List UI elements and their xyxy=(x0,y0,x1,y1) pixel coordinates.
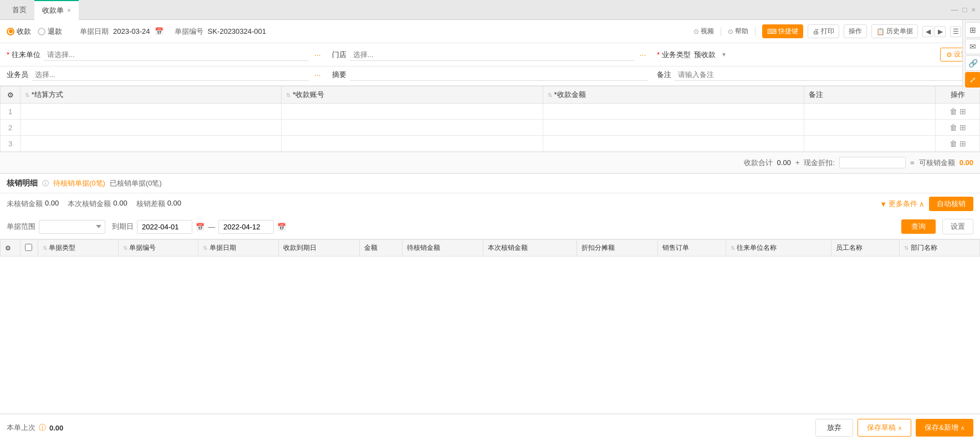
th-note: 备注 xyxy=(804,86,936,104)
tab-receipt[interactable]: 收款单 × xyxy=(34,0,79,20)
td-note-3[interactable] xyxy=(804,136,936,152)
counterpart-input[interactable] xyxy=(44,49,309,61)
radio-receive[interactable]: 收款 xyxy=(7,27,31,37)
bth-department: ⇅ 部门名称 xyxy=(900,240,980,257)
bth-check xyxy=(21,240,38,257)
select-all-checkbox[interactable] xyxy=(25,244,32,251)
delete-row-3[interactable]: 🗑 xyxy=(950,139,957,148)
summary-input[interactable] xyxy=(350,69,649,81)
copy-row-3[interactable]: ⊞ xyxy=(959,139,966,148)
form-meta: 单据日期 2023-03-24 📅 单据编号 SK-20230324-001 xyxy=(80,27,266,37)
reconciliation-info-icon[interactable]: ⓘ xyxy=(42,179,49,188)
this-order-label: 本单上次 xyxy=(7,423,35,433)
table-setting-btn[interactable]: 设置 xyxy=(942,219,973,234)
prev-arrow[interactable]: ◀ xyxy=(922,26,933,37)
date-to-input[interactable] xyxy=(218,220,274,234)
td-account-3[interactable] xyxy=(282,136,543,152)
delete-row-1[interactable]: 🗑 xyxy=(950,107,957,116)
form-header: 收款 退款 单据日期 2023-03-24 📅 单据编号 SK-20230324… xyxy=(0,20,980,43)
radio-refund[interactable]: 退款 xyxy=(38,27,62,37)
td-actions-3: 🗑 ⊞ xyxy=(936,136,980,152)
discount-input[interactable] xyxy=(839,157,906,168)
business-type-chevron[interactable]: ▼ xyxy=(721,52,727,58)
store-more-btn[interactable]: ··· xyxy=(637,50,649,59)
toolbar-actions: ⊙ 视频 ⊙ 帮助 ⌨ 快捷键 🖨 打印 操作 📋 历史单据 xyxy=(693,24,973,38)
range-select[interactable] xyxy=(39,220,105,234)
salesperson-input[interactable] xyxy=(32,69,309,81)
bth-gear[interactable]: ⚙ xyxy=(1,240,21,257)
unverified-label: 未核销金额 xyxy=(7,199,43,209)
this-order-info-icon[interactable]: ⓘ xyxy=(39,423,46,433)
query-btn[interactable]: 查询 xyxy=(901,219,936,234)
date-value: 2023-03-24 xyxy=(113,27,150,35)
window-close-icon[interactable]: × xyxy=(971,6,976,14)
shortcut-label: 快捷键 xyxy=(778,27,798,36)
abandon-btn[interactable]: 放弃 xyxy=(815,419,853,437)
save-draft-btn[interactable]: 保存草稿 ∧ xyxy=(858,419,911,437)
td-settlement-2[interactable] xyxy=(21,120,282,136)
layout-list-icon[interactable]: ☰ xyxy=(950,26,961,37)
bth-current: 本次核销金额 xyxy=(483,240,577,257)
td-settlement-1[interactable] xyxy=(21,104,282,120)
td-amount-2[interactable] xyxy=(543,120,804,136)
bth-counterpart: ⇅ 往来单位名称 xyxy=(726,240,831,257)
total-value: 0.00 xyxy=(777,158,791,167)
page-footer: 本单上次 ⓘ 0.00 放弃 保存草稿 ∧ 保存&新增 ∧ xyxy=(0,413,980,441)
divider1 xyxy=(721,27,721,36)
pending-tag[interactable]: 待核销单据(0笔) xyxy=(53,178,105,188)
save-draft-label: 保存草稿 xyxy=(867,423,896,433)
more-filter-btn[interactable]: ▼ 更多条件 ∧ xyxy=(880,199,925,209)
unverified-value: 0.00 xyxy=(45,199,59,209)
done-tag[interactable]: 已核销单据(0笔) xyxy=(110,178,162,188)
history-icon: 📋 xyxy=(876,28,885,35)
maximize-icon[interactable]: □ xyxy=(963,6,967,14)
store-input[interactable] xyxy=(350,49,634,61)
cal-to-icon[interactable]: 📅 xyxy=(277,223,286,231)
calendar-icon[interactable]: 📅 xyxy=(155,27,164,35)
radio-refund-label: 退款 xyxy=(48,27,62,37)
next-arrow[interactable]: ▶ xyxy=(935,26,946,37)
plus-sign: + xyxy=(795,158,800,167)
td-account-2[interactable] xyxy=(282,120,543,136)
salesperson-more-btn[interactable]: ··· xyxy=(312,70,323,79)
cal-from-icon[interactable]: 📅 xyxy=(196,223,205,231)
copy-row-2[interactable]: ⊞ xyxy=(959,123,966,132)
counterpart-more-btn[interactable]: ··· xyxy=(312,50,323,59)
copy-row-1[interactable]: ⊞ xyxy=(959,107,966,116)
td-account-1[interactable] xyxy=(282,104,543,120)
date-from-input[interactable] xyxy=(137,220,192,234)
bth-number: ⇅ 单据编号 xyxy=(118,240,198,257)
row-num-1: 1 xyxy=(1,104,21,120)
td-amount-3[interactable] xyxy=(543,136,804,152)
operation-btn[interactable]: 操作 xyxy=(844,24,867,38)
print-btn[interactable]: 🖨 打印 xyxy=(808,24,839,38)
sidebar-link-icon[interactable]: 🔗 xyxy=(965,55,980,71)
shortcut-btn[interactable]: ⌨ 快捷键 xyxy=(762,24,803,38)
td-note-2[interactable] xyxy=(804,120,936,136)
help-label: 帮助 xyxy=(735,27,748,36)
sidebar-expand-icon[interactable]: ⤢ xyxy=(965,72,980,88)
minimize-icon[interactable]: — xyxy=(951,6,958,14)
sidebar-table-icon[interactable]: ⊞ xyxy=(965,22,980,38)
tab-home[interactable]: 首页 xyxy=(4,0,34,20)
video-btn[interactable]: ⊙ 视频 xyxy=(693,27,714,36)
th-gear[interactable]: ⚙ xyxy=(1,86,21,104)
auto-reconcile-btn[interactable]: 自动核销 xyxy=(929,197,973,211)
table-row: 2 🗑 ⊞ xyxy=(1,120,980,136)
note-input[interactable] xyxy=(675,69,973,81)
history-btn[interactable]: 📋 历史单据 xyxy=(871,24,918,38)
number-label: 单据编号 xyxy=(175,27,203,37)
footer-left: 本单上次 ⓘ 0.00 xyxy=(7,423,63,433)
td-amount-1[interactable] xyxy=(543,104,804,120)
total-label: 收款合计 xyxy=(744,158,773,168)
discount-label: 现金折扣: xyxy=(804,158,835,168)
current-value: 0.00 xyxy=(113,199,127,209)
sidebar-mail-icon[interactable]: ✉ xyxy=(965,39,980,54)
help-btn[interactable]: ⊙ 帮助 xyxy=(728,27,748,36)
td-settlement-3[interactable] xyxy=(21,136,282,152)
current-summary: 本次核销金额 0.00 xyxy=(68,199,127,209)
delete-row-2[interactable]: 🗑 xyxy=(950,123,957,132)
tab-close-icon[interactable]: × xyxy=(67,7,71,14)
td-note-1[interactable] xyxy=(804,104,936,120)
save-new-btn[interactable]: 保存&新增 ∧ xyxy=(916,419,973,437)
